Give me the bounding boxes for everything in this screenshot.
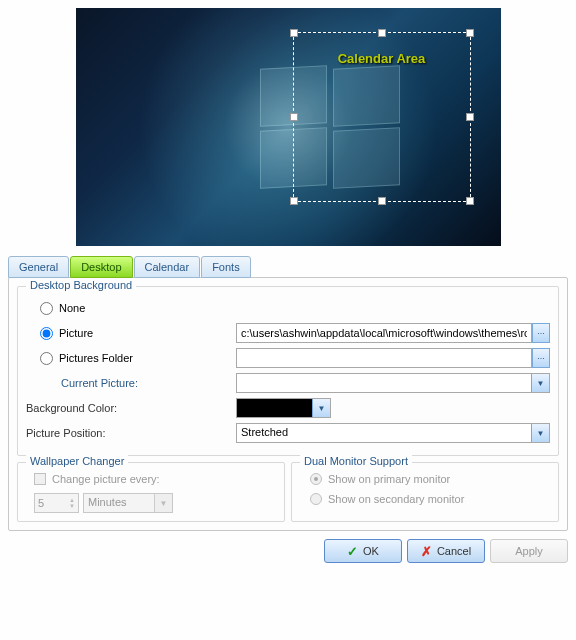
position-combo[interactable]: Stretched ▼ [236, 423, 550, 443]
picture-path-input[interactable] [236, 323, 532, 343]
ok-button[interactable]: ✓ OK [324, 539, 402, 563]
current-picture-value [237, 374, 531, 392]
tab-calendar[interactable]: Calendar [134, 256, 201, 278]
desktop-background-group: Desktop Background None Picture ··· Pict… [17, 286, 559, 456]
radio-secondary-monitor[interactable]: Show on secondary monitor [300, 493, 550, 505]
chevron-down-icon[interactable]: ▼ [154, 494, 172, 512]
tab-strip: General Desktop Calendar Fonts [8, 256, 568, 278]
radio-none[interactable]: None [26, 302, 236, 315]
change-every-label: Change picture every: [52, 473, 160, 485]
bg-color-label: Background Color: [26, 402, 236, 414]
current-picture-combo[interactable]: ▼ [236, 373, 550, 393]
pictures-folder-input[interactable] [236, 348, 532, 368]
radio-pictures-folder[interactable]: Pictures Folder [26, 352, 236, 365]
radio-picture-input[interactable] [40, 327, 53, 340]
calendar-area-label: Calendar Area [338, 51, 426, 66]
radio-picture[interactable]: Picture [26, 327, 236, 340]
interval-unit-value: Minutes [84, 494, 154, 512]
change-every-row: Change picture every: [26, 473, 276, 485]
position-value: Stretched [237, 424, 531, 442]
radio-icon [310, 493, 322, 505]
apply-button: Apply [490, 539, 568, 563]
chevron-down-icon[interactable]: ▼ [531, 424, 549, 442]
interval-unit-combo[interactable]: Minutes ▼ [83, 493, 173, 513]
desktop-preview: Calendar Area [76, 8, 501, 246]
dialog-buttons: ✓ OK ✗ Cancel Apply [8, 539, 568, 563]
desktop-panel: Desktop Background None Picture ··· Pict… [8, 277, 568, 531]
bg-color-picker[interactable]: ▼ [236, 398, 331, 418]
radio-none-label: None [59, 302, 85, 314]
radio-icon [310, 473, 322, 485]
browse-folder-button[interactable]: ··· [532, 348, 550, 368]
spinner-arrows-icon[interactable]: ▲▼ [69, 497, 75, 509]
resize-handle[interactable] [290, 197, 298, 205]
group-title: Wallpaper Changer [26, 455, 128, 467]
chevron-down-icon[interactable]: ▼ [312, 399, 330, 417]
tab-desktop[interactable]: Desktop [70, 256, 132, 278]
tab-fonts[interactable]: Fonts [201, 256, 251, 278]
cancel-label: Cancel [437, 545, 471, 557]
chevron-down-icon[interactable]: ▼ [531, 374, 549, 392]
position-label: Picture Position: [26, 427, 236, 439]
resize-handle[interactable] [466, 29, 474, 37]
radio-secondary-label: Show on secondary monitor [328, 493, 464, 505]
group-title: Desktop Background [26, 279, 136, 291]
radio-primary-label: Show on primary monitor [328, 473, 450, 485]
interval-spinner[interactable]: 5 ▲▼ [34, 493, 79, 513]
wallpaper-changer-group: Wallpaper Changer Change picture every: … [17, 462, 285, 522]
radio-none-input[interactable] [40, 302, 53, 315]
resize-handle[interactable] [290, 113, 298, 121]
x-icon: ✗ [421, 544, 432, 559]
radio-primary-monitor[interactable]: Show on primary monitor [300, 473, 550, 485]
resize-handle[interactable] [290, 29, 298, 37]
resize-handle[interactable] [466, 197, 474, 205]
radio-picture-label: Picture [59, 327, 93, 339]
group-title: Dual Monitor Support [300, 455, 412, 467]
resize-handle[interactable] [466, 113, 474, 121]
apply-label: Apply [515, 545, 543, 557]
change-every-checkbox[interactable] [34, 473, 46, 485]
browse-picture-button[interactable]: ··· [532, 323, 550, 343]
bg-color-swatch [237, 399, 312, 417]
cancel-button[interactable]: ✗ Cancel [407, 539, 485, 563]
dual-monitor-group: Dual Monitor Support Show on primary mon… [291, 462, 559, 522]
check-icon: ✓ [347, 544, 358, 559]
resize-handle[interactable] [378, 29, 386, 37]
current-picture-label: Current Picture: [26, 377, 236, 389]
resize-handle[interactable] [378, 197, 386, 205]
radio-pictures-folder-input[interactable] [40, 352, 53, 365]
interval-value: 5 [38, 497, 44, 509]
radio-pictures-folder-label: Pictures Folder [59, 352, 133, 364]
ok-label: OK [363, 545, 379, 557]
tab-general[interactable]: General [8, 256, 69, 278]
calendar-area-selection[interactable]: Calendar Area [293, 32, 471, 202]
